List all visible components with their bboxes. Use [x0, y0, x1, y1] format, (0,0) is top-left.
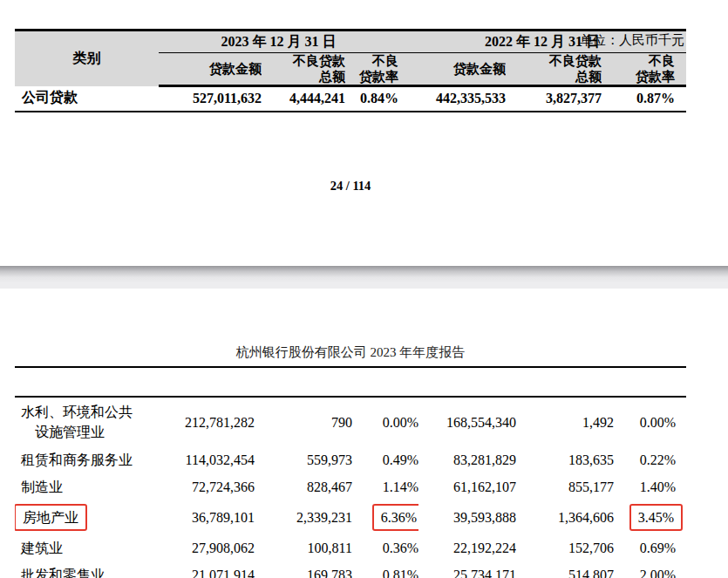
category-column-header: 类别	[15, 31, 159, 86]
npl-total-2022-header: 不良贷款 总额	[506, 53, 602, 86]
table-cell: 1.40%	[614, 473, 686, 500]
loan-amount-2023-header: 贷款金额	[159, 53, 262, 86]
table-cell: 2.00%	[614, 561, 686, 578]
table-cell: 828,467	[255, 473, 352, 500]
row-category: 租赁和商务服务业	[15, 446, 159, 473]
document-header-title: 杭州银行股份有限公司 2023 年年度报告	[15, 289, 686, 368]
table-cell: 0.36%	[352, 534, 418, 561]
table-cell: 39,593,888	[418, 500, 516, 534]
table-cell: 0.69%	[614, 534, 686, 561]
row-category: 制造业	[15, 473, 159, 500]
table-cell: 514,807	[516, 561, 614, 578]
page-number-indicator: 24 / 114	[15, 179, 686, 194]
table-cell: 0.00%	[352, 397, 418, 446]
table-cell: 3,827,377	[506, 86, 602, 112]
table-cell: 0.84%	[345, 86, 398, 112]
loan-amount-2022-header: 贷款金额	[398, 53, 506, 86]
table-cell: 1.14%	[352, 473, 418, 500]
table-cell: 1,492	[516, 397, 614, 446]
table-cell: 2,339,231	[255, 500, 352, 534]
highlight-box-real-estate-label: 房地产业	[15, 504, 87, 531]
table-cell: 36,789,101	[159, 500, 255, 534]
table-cell: 212,781,282	[159, 397, 255, 446]
npl-ratio-2023-header: 不良 贷款率	[345, 53, 398, 86]
loan-detail-table: 水利、环境和公共 设施管理业 212,781,282 790 0.00% 168…	[15, 396, 686, 578]
table-cell: 3.45%	[614, 500, 686, 534]
table-cell: 169,783	[255, 561, 352, 578]
table-cell: 114,032,454	[159, 446, 255, 473]
table-cell: 0.81%	[352, 561, 418, 578]
table-cell: 0.00%	[614, 397, 686, 446]
table-row-construction: 建筑业 27,908,062 100,811 0.36% 22,192,224 …	[15, 534, 686, 561]
npl-ratio-2022-header: 不良 贷款率	[602, 53, 686, 86]
table-cell: 21,071,914	[159, 561, 255, 578]
table-cell: 559,973	[255, 446, 352, 473]
row-category: 建筑业	[15, 534, 159, 561]
table-cell: 183,635	[516, 446, 614, 473]
table-row-water-environment: 水利、环境和公共 设施管理业 212,781,282 790 0.00% 168…	[15, 397, 686, 446]
table-cell: 0.87%	[602, 86, 686, 112]
table-cell: 22,192,224	[418, 534, 516, 561]
table-cell: 100,811	[255, 534, 352, 561]
table-cell: 168,554,340	[418, 397, 516, 446]
pdf-page-24: 单位：人民币千元 类别 2023 年 12 月 31 日 2022 年 12 月…	[0, 29, 728, 266]
row-category: 公司贷款	[15, 86, 159, 112]
table-row-corporate-loans: 公司贷款 527,011,632 4,444,241 0.84% 442,335…	[15, 86, 686, 112]
table-cell: 0.22%	[614, 446, 686, 473]
table-cell: 855,177	[516, 473, 614, 500]
highlight-box-npl-ratio-2022: 3.45%	[629, 504, 683, 531]
table-cell: 442,335,533	[398, 86, 506, 112]
table-cell: 83,281,829	[418, 446, 516, 473]
highlight-box-npl-ratio-2023: 6.36%	[372, 504, 418, 531]
row-category: 水利、环境和公共 设施管理业	[15, 397, 159, 446]
table-cell: 790	[255, 397, 352, 446]
table-cell: 1,364,606	[516, 500, 614, 534]
page-separator	[0, 266, 728, 289]
table-cell: 4,444,241	[262, 86, 345, 112]
period-2023-header: 2023 年 12 月 31 日	[159, 31, 398, 53]
table-row-wholesale-retail: 批发和零售业 21,071,914 169,783 0.81% 25,734,1…	[15, 561, 686, 578]
table-row-leasing-business-services: 租赁和商务服务业 114,032,454 559,973 0.49% 83,28…	[15, 446, 686, 473]
table-row-real-estate: 房地产业 36,789,101 2,339,231 6.36% 39,593,8…	[15, 500, 686, 534]
table-cell: 27,908,062	[159, 534, 255, 561]
table-cell: 0.49%	[352, 446, 418, 473]
table-cell: 6.36%	[352, 500, 418, 534]
row-category: 房地产业	[15, 500, 159, 534]
table-row-manufacturing: 制造业 72,724,366 828,467 1.14% 61,162,107 …	[15, 473, 686, 500]
npl-total-2023-header: 不良贷款 总额	[262, 53, 345, 86]
table-cell: 61,162,107	[418, 473, 516, 500]
table-cell: 527,011,632	[159, 86, 262, 112]
table-cell: 25,734,171	[418, 561, 516, 578]
pdf-page-25: 杭州银行股份有限公司 2023 年年度报告 水利、环境和公共 设施管理业 212…	[0, 289, 728, 578]
row-category: 批发和零售业	[15, 561, 159, 578]
table-cell: 152,706	[516, 534, 614, 561]
unit-label: 单位：人民币千元	[580, 32, 684, 49]
table-cell: 72,724,366	[159, 473, 255, 500]
